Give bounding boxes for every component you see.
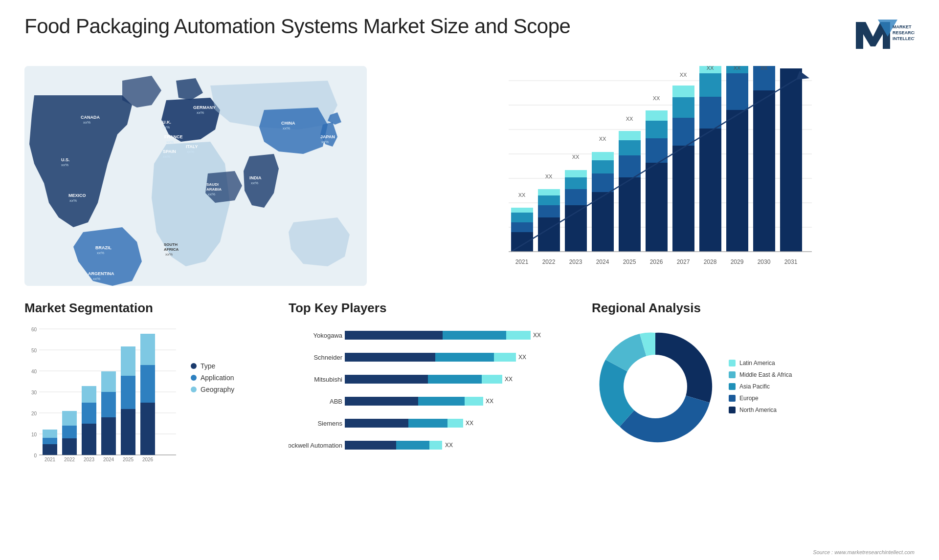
- legend-latin-america: Latin America: [729, 360, 792, 366]
- svg-text:Siemens: Siemens: [317, 420, 342, 427]
- svg-text:xx%: xx%: [83, 120, 90, 125]
- svg-text:2028: 2028: [704, 258, 717, 265]
- svg-text:0: 0: [34, 453, 37, 458]
- svg-rect-53: [538, 195, 560, 205]
- svg-text:2023: 2023: [84, 457, 95, 462]
- svg-text:2022: 2022: [542, 258, 556, 265]
- svg-rect-169: [345, 419, 408, 428]
- regional-title: Regional Analysis: [592, 301, 915, 316]
- latin-america-label: Latin America: [739, 360, 775, 366]
- svg-rect-52: [538, 205, 560, 217]
- svg-text:2031: 2031: [784, 258, 798, 265]
- svg-rect-137: [101, 392, 116, 417]
- svg-rect-68: [619, 140, 641, 155]
- svg-rect-133: [82, 403, 96, 424]
- svg-text:xx%: xx%: [187, 150, 194, 154]
- svg-rect-144: [140, 403, 155, 455]
- asia-pacific-label: Asia Pacific: [739, 383, 770, 390]
- regional-section: Regional Analysis: [592, 301, 915, 496]
- svg-text:U.K.: U.K.: [162, 120, 171, 125]
- svg-text:CANADA: CANADA: [81, 115, 100, 120]
- svg-text:MEXICO: MEXICO: [68, 193, 86, 198]
- svg-rect-132: [82, 424, 96, 455]
- latin-america-color: [729, 360, 736, 366]
- svg-rect-125: [43, 438, 57, 444]
- svg-text:2027: 2027: [677, 258, 690, 265]
- svg-text:xx%: xx%: [321, 140, 329, 144]
- page-title: Food Packaging Automation Systems Market…: [24, 15, 570, 38]
- svg-rect-142: [121, 346, 135, 376]
- svg-text:40: 40: [31, 369, 37, 374]
- svg-rect-159: [345, 375, 428, 384]
- svg-text:RESEARCH: RESEARCH: [893, 30, 915, 35]
- svg-rect-149: [345, 331, 443, 340]
- svg-rect-74: [646, 110, 668, 121]
- top-section: CANADA xx% U.S. xx% MEXICO xx% BRAZIL xx…: [24, 66, 915, 286]
- svg-rect-151: [506, 331, 531, 340]
- svg-text:XX: XX: [518, 354, 526, 361]
- svg-text:FRANCE: FRANCE: [164, 134, 183, 139]
- svg-rect-171: [447, 419, 463, 428]
- legend-geography-label: Geography: [201, 386, 234, 393]
- svg-rect-150: [443, 331, 506, 340]
- svg-text:2024: 2024: [103, 457, 114, 462]
- svg-rect-93: [780, 68, 802, 252]
- svg-rect-175: [396, 441, 429, 450]
- players-chart-svg: Yokogawa XX Schneider XX Mitsubishi XX A…: [289, 323, 558, 470]
- middle-east-africa-label: Middle East & Africa: [739, 371, 792, 378]
- north-america-color: [729, 407, 736, 413]
- svg-rect-69: [619, 131, 641, 140]
- svg-text:2030: 2030: [758, 258, 771, 265]
- svg-text:2025: 2025: [623, 258, 636, 265]
- svg-text:30: 30: [31, 390, 37, 395]
- svg-text:JAPAN: JAPAN: [320, 134, 335, 139]
- legend-north-america: North America: [729, 407, 792, 413]
- svg-rect-164: [345, 397, 418, 406]
- svg-rect-73: [646, 121, 668, 138]
- svg-rect-49: [511, 208, 533, 213]
- type-color: [191, 363, 197, 369]
- svg-text:2021: 2021: [515, 258, 529, 265]
- svg-text:2026: 2026: [142, 457, 154, 462]
- svg-text:2029: 2029: [731, 258, 744, 265]
- svg-rect-126: [43, 430, 57, 438]
- svg-text:2021: 2021: [45, 457, 56, 462]
- svg-text:XX: XX: [680, 72, 687, 78]
- svg-rect-138: [101, 371, 116, 392]
- svg-rect-146: [140, 334, 155, 365]
- svg-rect-155: [435, 353, 494, 362]
- svg-text:ARABIA: ARABIA: [206, 187, 222, 192]
- legend-geography: Geography: [191, 386, 234, 393]
- svg-text:XX: XX: [572, 154, 580, 160]
- svg-text:SPAIN: SPAIN: [163, 149, 176, 154]
- regional-pie-svg: [592, 323, 719, 450]
- svg-text:INDIA: INDIA: [249, 175, 262, 180]
- svg-rect-64: [592, 152, 614, 160]
- svg-text:xx%: xx%: [61, 163, 68, 167]
- svg-text:10: 10: [31, 432, 37, 437]
- svg-text:MARKET: MARKET: [893, 24, 912, 29]
- europe-label: Europe: [739, 395, 759, 402]
- line-chart-svg: XX XX XX XX: [386, 66, 915, 286]
- bottom-section: Market Segmentation 0 10 20 30 40 50 60: [24, 301, 915, 496]
- legend-type-label: Type: [201, 362, 215, 370]
- svg-rect-78: [672, 97, 694, 118]
- svg-text:U.S.: U.S.: [61, 157, 70, 162]
- map-container: CANADA xx% U.S. xx% MEXICO xx% BRAZIL xx…: [24, 66, 367, 286]
- svg-text:XX: XX: [466, 420, 473, 427]
- source-text: Source : www.marketresearchintellect.com: [813, 549, 915, 555]
- segmentation-title: Market Segmentation: [24, 301, 269, 316]
- legend-europe: Europe: [729, 395, 792, 402]
- europe-color: [729, 395, 736, 402]
- svg-rect-87: [726, 73, 748, 110]
- svg-text:xx%: xx%: [197, 110, 204, 115]
- svg-rect-140: [121, 409, 135, 455]
- svg-text:2022: 2022: [64, 457, 75, 462]
- svg-text:Rockwell Automation: Rockwell Automation: [289, 442, 342, 449]
- svg-rect-160: [428, 375, 482, 384]
- application-color: [191, 375, 197, 381]
- header: Food Packaging Automation Systems Market…: [24, 15, 915, 56]
- svg-rect-67: [619, 155, 641, 177]
- svg-rect-76: [672, 146, 694, 252]
- svg-rect-86: [726, 110, 748, 252]
